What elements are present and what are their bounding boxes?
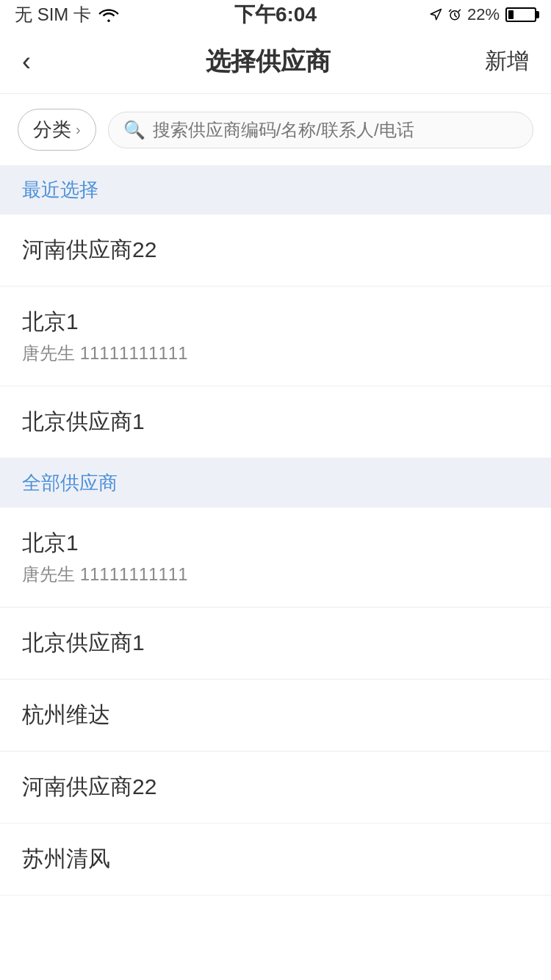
item-name: 杭州维达 [22,700,529,730]
search-box[interactable]: 🔍 [108,112,533,148]
wifi-icon [98,7,119,23]
back-button[interactable]: ‹ [22,46,66,77]
list-item[interactable]: 北京供应商1 [0,386,551,458]
all-section-label: 全部供应商 [22,472,118,494]
list-item[interactable]: 河南供应商22 [0,215,551,287]
item-name: 河南供应商22 [22,235,529,265]
category-button[interactable]: 分类 › [18,109,96,151]
filter-area: 分类 › 🔍 [0,94,551,165]
battery-fill [508,10,514,19]
status-time: 下午6:04 [234,1,317,29]
list-item[interactable]: 北京1唐先生 11111111111 [0,287,551,386]
chevron-right-icon: › [76,121,81,138]
item-name: 北京供应商1 [22,407,529,437]
item-name: 北京1 [22,307,529,337]
search-input[interactable] [153,120,518,140]
item-name: 北京供应商1 [22,628,529,658]
recent-section-label: 最近选择 [22,179,98,201]
status-bar: 无 SIM 卡 下午6:04 22% [0,0,551,29]
carrier-text: 无 SIM 卡 [15,3,91,26]
item-sub: 唐先生 11111111111 [22,563,529,586]
list-item[interactable]: 北京供应商1 [0,608,551,680]
status-right: 22% [429,5,536,24]
battery-percent-text: 22% [467,5,500,24]
search-icon: 🔍 [123,120,145,140]
item-name: 河南供应商22 [22,772,529,802]
battery-tip [536,11,539,18]
list-item[interactable]: 河南供应商22 [0,752,551,824]
list-item[interactable]: 北京1唐先生 11111111111 [0,508,551,608]
svg-marker-0 [431,10,441,20]
item-sub: 唐先生 11111111111 [22,342,529,365]
list-item[interactable]: 杭州维达 [0,680,551,752]
all-section-header: 全部供应商 [0,458,551,508]
category-label: 分类 [33,117,71,143]
nav-bar: ‹ 选择供应商 新增 [0,29,551,94]
recent-list: 河南供应商22北京1唐先生 11111111111北京供应商1 [0,215,551,458]
item-name: 苏州清风 [22,844,529,874]
add-button[interactable]: 新增 [470,46,529,76]
location-icon [429,8,442,21]
recent-section-header: 最近选择 [0,165,551,215]
page-title: 选择供应商 [66,45,470,79]
all-list: 北京1唐先生 11111111111北京供应商1杭州维达河南供应商22苏州清风 [0,508,551,896]
battery-icon [505,7,536,22]
item-name: 北京1 [22,528,529,558]
status-left: 无 SIM 卡 [15,3,119,26]
alarm-icon [448,8,461,21]
list-item[interactable]: 苏州清风 [0,824,551,896]
